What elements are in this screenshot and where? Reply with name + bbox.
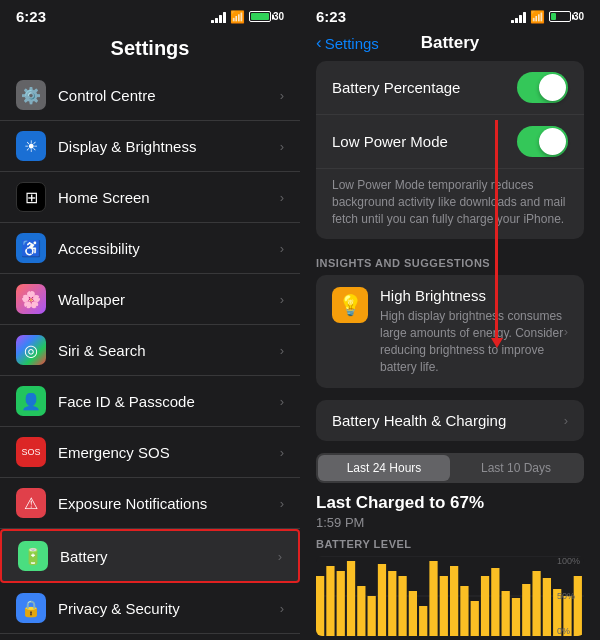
settings-item-home-screen[interactable]: ⊞Home Screen› (0, 172, 300, 223)
svg-rect-25 (543, 578, 551, 636)
time-tabs: Last 24 Hours Last 10 Days (316, 453, 584, 483)
svg-rect-11 (398, 576, 406, 636)
battery-chart-container: 100% 50% 0% (316, 556, 584, 636)
battery-percentage-toggle[interactable] (517, 72, 568, 103)
low-power-toggle[interactable] (517, 126, 568, 157)
insight-desc: High display brightness consumes large a… (380, 308, 564, 375)
left-status-icons: 📶 30 (211, 10, 284, 24)
svg-rect-10 (388, 571, 396, 636)
svg-rect-4 (326, 566, 334, 636)
svg-rect-13 (419, 606, 427, 636)
signal-icon (211, 11, 226, 23)
health-section: Battery Health & Charging › (316, 400, 584, 441)
battery-content: Battery Percentage Low Power Mode Low Po… (300, 61, 600, 640)
insight-section: 💡 High Brightness High display brightnes… (316, 275, 584, 387)
svg-rect-24 (532, 571, 540, 636)
tab-10d[interactable]: Last 10 Days (450, 455, 582, 481)
svg-rect-9 (378, 564, 386, 636)
settings-item-label-exposure: Exposure Notifications (58, 495, 280, 512)
settings-item-wallpaper[interactable]: 🌸Wallpaper› (0, 274, 300, 325)
right-signal-icon (511, 11, 526, 23)
wifi-icon: 📶 (230, 10, 245, 24)
low-power-desc: Low Power Mode temporarily reduces backg… (316, 169, 584, 239)
settings-item-label-display: Display & Brightness (58, 138, 280, 155)
settings-item-appstore[interactable]: AApp Store› (0, 634, 300, 640)
svg-rect-3 (316, 576, 324, 636)
svg-rect-8 (368, 596, 376, 636)
right-wifi-icon: 📶 (530, 10, 545, 24)
chart-label-100: 100% (557, 556, 580, 566)
settings-item-icon-exposure: ⚠ (16, 488, 46, 518)
svg-rect-20 (491, 568, 499, 636)
right-battery-icon: 30 (549, 11, 584, 22)
battery-nav-title: Battery (421, 33, 480, 53)
battery-status-icon: 30 (249, 11, 284, 22)
settings-item-privacy[interactable]: 🔒Privacy & Security› (0, 583, 300, 634)
settings-chevron-icon-faceid: › (280, 394, 284, 409)
tab-24h[interactable]: Last 24 Hours (318, 455, 450, 481)
chart-label-0: 0% (557, 626, 580, 636)
settings-item-display[interactable]: ☀Display & Brightness› (0, 121, 300, 172)
svg-rect-12 (409, 591, 417, 636)
svg-rect-21 (502, 591, 510, 636)
settings-item-exposure[interactable]: ⚠Exposure Notifications› (0, 478, 300, 529)
insights-section-header: INSIGHTS AND SUGGESTIONS (316, 251, 584, 275)
settings-item-label-sos: Emergency SOS (58, 444, 280, 461)
svg-rect-17 (460, 586, 468, 636)
high-brightness-row[interactable]: 💡 High Brightness High display brightnes… (316, 275, 584, 387)
settings-item-label-siri: Siri & Search (58, 342, 280, 359)
settings-item-accessibility[interactable]: ♿Accessibility› (0, 223, 300, 274)
settings-item-icon-privacy: 🔒 (16, 593, 46, 623)
battery-chart-svg (316, 556, 584, 636)
left-status-bar: 6:23 📶 30 (0, 0, 300, 29)
low-power-label: Low Power Mode (332, 133, 517, 150)
insight-content: High Brightness High display brightness … (380, 287, 564, 375)
settings-chevron-icon-sos: › (280, 445, 284, 460)
settings-item-faceid[interactable]: 👤Face ID & Passcode› (0, 376, 300, 427)
svg-rect-5 (337, 571, 345, 636)
svg-rect-6 (347, 561, 355, 636)
settings-item-sos[interactable]: SOSEmergency SOS› (0, 427, 300, 478)
insight-title: High Brightness (380, 287, 564, 304)
settings-chevron-icon-privacy: › (280, 601, 284, 616)
chart-label-50: 50% (557, 591, 580, 601)
right-battery-num: 30 (573, 11, 584, 22)
settings-item-siri[interactable]: ◎Siri & Search› (0, 325, 300, 376)
insight-chevron-icon: › (564, 324, 568, 339)
settings-header: Settings (0, 29, 300, 70)
svg-rect-14 (429, 561, 437, 636)
settings-item-icon-sos: SOS (16, 437, 46, 467)
settings-list: ⚙️Control Centre›☀Display & Brightness›⊞… (0, 70, 300, 640)
svg-rect-15 (440, 576, 448, 636)
toggle-section: Battery Percentage Low Power Mode Low Po… (316, 61, 584, 239)
settings-item-control-centre[interactable]: ⚙️Control Centre› (0, 70, 300, 121)
settings-item-icon-accessibility: ♿ (16, 233, 46, 263)
settings-chevron-icon-siri: › (280, 343, 284, 358)
settings-chevron-icon-exposure: › (280, 496, 284, 511)
right-status-icons: 📶 30 (511, 10, 584, 24)
settings-chevron-icon-accessibility: › (280, 241, 284, 256)
settings-item-icon-wallpaper: 🌸 (16, 284, 46, 314)
settings-chevron-icon-battery: › (278, 549, 282, 564)
settings-item-label-home-screen: Home Screen (58, 189, 280, 206)
settings-item-icon-control-centre: ⚙️ (16, 80, 46, 110)
svg-rect-16 (450, 566, 458, 636)
settings-item-icon-battery: 🔋 (18, 541, 48, 571)
back-button[interactable]: ‹ Settings (316, 33, 379, 53)
settings-chevron-icon-display: › (280, 139, 284, 154)
svg-rect-23 (522, 584, 530, 636)
settings-item-icon-display: ☀ (16, 131, 46, 161)
settings-item-label-accessibility: Accessibility (58, 240, 280, 257)
back-chevron-icon: ‹ (316, 33, 322, 53)
settings-panel: 6:23 📶 30 Settings ⚙️Control Centre›☀Dis… (0, 0, 300, 640)
right-time: 6:23 (316, 8, 346, 25)
last-charged-time: 1:59 PM (316, 515, 584, 530)
svg-rect-18 (471, 601, 479, 636)
settings-item-icon-siri: ◎ (16, 335, 46, 365)
settings-item-icon-home-screen: ⊞ (16, 182, 46, 212)
settings-item-battery[interactable]: 🔋Battery› (0, 529, 300, 583)
low-power-row: Low Power Mode (316, 115, 584, 169)
health-row[interactable]: Battery Health & Charging › (316, 400, 584, 441)
left-battery-num: 30 (273, 11, 284, 22)
settings-chevron-icon-control-centre: › (280, 88, 284, 103)
